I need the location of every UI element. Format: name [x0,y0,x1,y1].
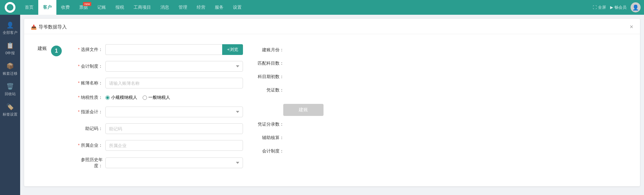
radio-small-scale[interactable]: 小规模纳税人 [105,94,137,101]
step-label: 建账 [38,46,47,52]
info-label-month: 建账月份： [256,47,287,53]
radio-small-scale-input[interactable] [105,95,110,100]
radio-general-input[interactable] [143,95,147,100]
form-row-memo: 助记码： [75,123,243,134]
sidebar-item-declaration[interactable]: 📋 0申报 [0,39,20,59]
main-content: 📥 导爷数据导入 × 建账 1 选择文件： [20,15,644,195]
company-input[interactable] [105,140,243,151]
nav-item-accounting[interactable]: 记账 [93,0,111,15]
info-label-voucher-entries: 凭证分录数： [256,121,287,127]
file-text-input[interactable] [105,44,222,55]
history-year-select[interactable] [105,157,243,168]
import-icon: 📥 [31,24,37,30]
info-label-subject-initial: 科目期初数： [256,74,287,80]
label-history-year: 参照历史年度： [75,157,105,169]
nav-item-tax[interactable]: 报税 [111,0,129,15]
info-label-voucher: 凭证数： [256,87,287,93]
info-row-voucher-entries: 凭证分录数： [256,121,330,127]
nav-item-operation[interactable]: 经营 [192,0,210,15]
nav-item-manage[interactable]: 管理 [174,0,192,15]
card-body: 建账 1 选择文件： +浏览 会计制度： [24,34,640,185]
info-row-match-subjects: 匹配科目数： [256,60,330,66]
main-layout: 👤 全部客户 📋 0申报 📦 账套迁移 🗑️ 回收站 🏷️ 标签设置 📥 [0,15,644,195]
info-section: 建账月份： 匹配科目数： 科目期初数： 凭证数： [256,44,330,175]
form-row-history-year: 参照历史年度： [75,157,243,169]
avatar[interactable]: 👤 [631,2,641,12]
label-accountant: 指派会计： [75,109,105,115]
sidebar-item-all-clients[interactable]: 👤 全部客户 [0,18,20,39]
nav-right: ⛶ 全屏 ▶ 畅会员 👤 [593,2,641,12]
nav-item-fee[interactable]: 收费 [56,0,75,15]
accountant-select[interactable] [105,107,243,117]
nav-item-home[interactable]: 首页 [20,0,38,15]
file-input-group: +浏览 [105,44,243,55]
label-company: 所属企业： [75,142,105,148]
nav-item-business[interactable]: 工商项目 [129,0,156,15]
tax-type-radio-group: 小规模纳税人 一般纳税人 [105,94,243,101]
build-account-button[interactable]: 建账 [283,104,324,116]
memo-input[interactable] [105,123,243,134]
label-file: 选择文件： [75,47,105,53]
sidebar-item-migrate[interactable]: 📦 账套迁移 [0,59,20,79]
trash-icon: 🗑️ [6,83,14,90]
logo[interactable] [3,1,17,14]
sidebar: 👤 全部客户 📋 0申报 📦 账套迁移 🗑️ 回收站 🏷️ 标签设置 [0,15,20,195]
nav-badge-new: new [83,2,91,6]
label-accounting-system: 会计制度： [75,63,105,69]
info-row-subject-initial: 科目期初数： [256,74,330,80]
form-row-accounting-system: 会计制度： [75,61,243,72]
card-header: 📥 导爷数据导入 × [24,19,640,34]
form-section: 选择文件： +浏览 会计制度： [75,44,243,175]
nav-item-message[interactable]: 消息 [156,0,174,15]
fullscreen-icon: ⛶ [593,5,597,10]
top-nav: 首页 客户 收费 票据new 记账 报税 工商项目 消息 管理 经营 服务 设置… [0,0,644,15]
step-circle: 1 [51,46,62,56]
browse-button[interactable]: +浏览 [222,44,243,55]
nav-items: 首页 客户 收费 票据new 记账 报税 工商项目 消息 管理 经营 服务 设置 [20,0,593,15]
nav-item-invoice[interactable]: 票据new [75,0,93,15]
member-button[interactable]: ▶ 畅会员 [610,5,627,10]
sidebar-item-trash[interactable]: 🗑️ 回收站 [0,79,20,100]
declaration-icon: 📋 [6,42,14,49]
import-card: 📥 导爷数据导入 × 建账 1 选择文件： [24,19,640,186]
nav-item-client[interactable]: 客户 [38,0,56,15]
form-row-book-name: 账簿名称： [75,78,243,88]
step-section: 建账 1 [38,44,62,175]
member-icon: ▶ [610,5,613,10]
tags-icon: 🏷️ [6,103,14,111]
label-tax-type: 纳税性质： [75,94,105,101]
close-button[interactable]: × [630,23,633,30]
info-row-accounting-system-right: 会计制度： [256,148,330,154]
all-clients-icon: 👤 [6,21,14,29]
info-label-accounting-system-right: 会计制度： [256,148,287,154]
fullscreen-button[interactable]: ⛶ 全屏 [593,5,606,10]
form-row-company: 所属企业： [75,140,243,151]
card-title: 📥 导爷数据导入 [31,24,67,30]
migrate-icon: 📦 [6,62,14,70]
label-memo: 助记码： [75,126,105,132]
form-row-accountant: 指派会计： [75,107,243,117]
nav-item-service[interactable]: 服务 [210,0,228,15]
radio-general[interactable]: 一般纳税人 [143,94,170,101]
label-book-name: 账簿名称： [75,80,105,86]
sidebar-item-tags[interactable]: 🏷️ 标签设置 [0,100,20,120]
form-row-file: 选择文件： +浏览 [75,44,243,55]
book-name-input[interactable] [105,78,243,88]
accounting-system-select[interactable] [105,61,243,72]
info-row-auxiliary: 辅助核算： [256,135,330,141]
form-row-tax-type: 纳税性质： 小规模纳税人 一般纳税人 [75,94,243,101]
nav-item-setting[interactable]: 设置 [228,0,246,15]
info-label-auxiliary: 辅助核算： [256,135,287,141]
info-row-voucher: 凭证数： [256,87,330,93]
info-row-month: 建账月份： [256,47,330,53]
info-label-match-subjects: 匹配科目数： [256,60,287,66]
